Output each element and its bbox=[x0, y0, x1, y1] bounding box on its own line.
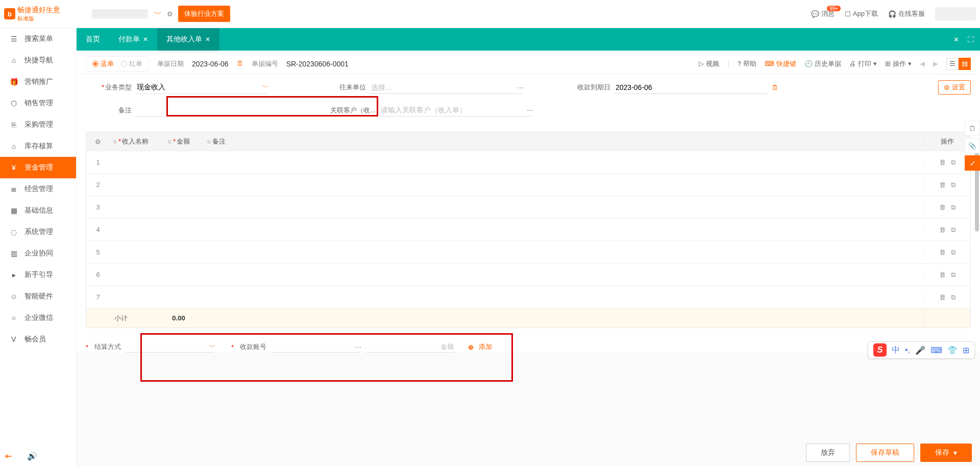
due-input[interactable] bbox=[615, 81, 768, 94]
expand-tool-icon[interactable]: ⤢ bbox=[965, 155, 980, 171]
sidebar-item-6[interactable]: ¥资金管理 bbox=[0, 157, 76, 178]
next-icon[interactable]: ▶ bbox=[933, 60, 938, 67]
ime-toolbox-icon[interactable]: ⊞ bbox=[963, 345, 969, 355]
copy-icon[interactable]: ⧉ bbox=[951, 248, 955, 257]
sidebar-item-14[interactable]: V畅会员 bbox=[0, 329, 76, 350]
sidebar-item-8[interactable]: ▦基础信息 bbox=[0, 200, 76, 221]
sound-icon[interactable]: 🔊 bbox=[27, 451, 37, 461]
copy-icon[interactable]: ⧉ bbox=[951, 158, 955, 167]
settle-method-input[interactable] bbox=[126, 341, 214, 353]
prev-icon[interactable]: ◀ bbox=[920, 60, 925, 67]
settings-button[interactable]: ⚙设置 bbox=[938, 80, 971, 95]
copy-icon[interactable]: ⧉ bbox=[951, 226, 955, 234]
discard-button[interactable]: 放弃 bbox=[806, 444, 850, 462]
gear-icon[interactable]: ⚙ bbox=[167, 10, 173, 18]
copy-icon[interactable]: ⧉ bbox=[951, 203, 955, 212]
chevron-down-icon[interactable]: ﹀ bbox=[262, 83, 269, 92]
app-download-link[interactable]: ☐App下载 bbox=[845, 9, 878, 18]
table-row[interactable]: 3🗑⧉ bbox=[86, 196, 970, 218]
sidebar-item-4[interactable]: ⎘采购管理 bbox=[0, 114, 76, 135]
delete-icon[interactable]: 🗑 bbox=[939, 181, 946, 189]
delete-icon[interactable]: 🗑 bbox=[939, 248, 946, 257]
trial-button[interactable]: 体验行业方案 bbox=[178, 6, 230, 22]
radio-blue[interactable]: 蓝单 bbox=[92, 59, 114, 68]
ime-keyboard-icon[interactable]: ⌨ bbox=[930, 345, 942, 355]
more-icon[interactable]: ⋯ bbox=[527, 106, 533, 114]
sidebar-item-2[interactable]: 🎁营销推广 bbox=[0, 71, 76, 92]
help-link[interactable]: ?帮助 bbox=[738, 59, 756, 68]
delete-icon[interactable]: 🗑 bbox=[939, 158, 946, 167]
attach-tool-icon[interactable]: 📎 bbox=[965, 138, 980, 153]
tab-payment[interactable]: 付款单✕ bbox=[109, 28, 157, 51]
sidebar-item-13[interactable]: ○企业微信 bbox=[0, 307, 76, 329]
company-dropdown[interactable]: ﹀ bbox=[92, 9, 162, 19]
messages-link[interactable]: 💬 消息 99+ bbox=[811, 9, 835, 18]
ime-skin-icon[interactable]: 👕 bbox=[947, 345, 958, 355]
delete-icon[interactable]: 🗑 bbox=[939, 293, 946, 301]
sidebar-item-7[interactable]: ≣经营管理 bbox=[0, 178, 76, 200]
chevron-down-icon[interactable]: ﹀ bbox=[209, 342, 216, 352]
plus-icon[interactable]: ⊕ bbox=[468, 343, 474, 351]
save-button[interactable]: 保存▾ bbox=[920, 444, 972, 462]
ime-mic-icon[interactable]: 🎤 bbox=[915, 345, 925, 355]
col-amount[interactable]: ⇅*金额 bbox=[156, 137, 202, 146]
card-view-icon[interactable]: ▤ bbox=[959, 58, 971, 70]
support-link[interactable]: 🎧在线客服 bbox=[888, 9, 925, 18]
remark-input[interactable] bbox=[136, 104, 268, 116]
print-link[interactable]: 🖨打印 ▾ bbox=[849, 59, 877, 68]
ime-toolbar[interactable]: S 中 •, 🎤 ⌨ 👕 ⊞ bbox=[868, 341, 975, 359]
copy-icon[interactable]: ⧉ bbox=[951, 181, 955, 189]
video-link[interactable]: ▷视频 bbox=[699, 59, 719, 68]
collapse-icon[interactable]: ⇤ bbox=[5, 451, 12, 461]
copy-icon[interactable]: ⧉ bbox=[951, 293, 955, 301]
user-avatar[interactable] bbox=[935, 7, 976, 20]
ime-punct-icon[interactable]: •, bbox=[905, 345, 910, 355]
col-remark[interactable]: ⇅备注 bbox=[202, 137, 923, 146]
delete-icon[interactable]: 🗑 bbox=[939, 226, 946, 234]
table-row[interactable]: 7🗑⧉ bbox=[86, 286, 970, 308]
gear-column-icon[interactable]: ⚙ bbox=[86, 138, 110, 146]
logo[interactable]: b 畅捷通好生意 标准版 bbox=[4, 6, 77, 22]
tab-other-income[interactable]: 其他收入单✕ bbox=[157, 28, 219, 51]
ime-lang[interactable]: 中 bbox=[892, 345, 900, 356]
table-row[interactable]: 4🗑⧉ bbox=[86, 218, 970, 241]
add-link[interactable]: 添加 bbox=[479, 342, 492, 352]
sidebar-item-9[interactable]: ◌系统管理 bbox=[0, 221, 76, 243]
table-row[interactable]: 2🗑⧉ bbox=[86, 173, 970, 196]
party-input[interactable] bbox=[370, 81, 523, 94]
tab-home[interactable]: 首页 bbox=[77, 28, 109, 51]
sidebar-item-0[interactable]: ☰搜索菜单 bbox=[0, 28, 76, 50]
delete-icon[interactable]: 🗑 bbox=[939, 203, 946, 212]
calendar-icon[interactable]: 🗓 bbox=[237, 60, 243, 67]
note-tool-icon[interactable]: 🗒 bbox=[965, 121, 980, 136]
radio-red[interactable]: 红单 bbox=[121, 59, 142, 68]
sidebar-item-5[interactable]: ⌂库存核算 bbox=[0, 135, 76, 157]
table-row[interactable]: 1🗑⧉ bbox=[86, 151, 970, 173]
biz-type-input[interactable] bbox=[136, 81, 268, 94]
close-icon[interactable]: ✕ bbox=[143, 36, 148, 43]
date-value[interactable]: 2023-06-06 bbox=[192, 60, 229, 68]
more-icon[interactable]: ⋯ bbox=[355, 343, 361, 351]
table-row[interactable]: 5🗑⧉ bbox=[86, 241, 970, 263]
shortcut-link[interactable]: ⌨快捷键 bbox=[765, 59, 796, 68]
close-icon[interactable]: ✕ bbox=[205, 36, 210, 43]
sidebar-item-12[interactable]: ☺智能硬件 bbox=[0, 286, 76, 307]
history-link[interactable]: 🕘历史单据 bbox=[804, 59, 841, 68]
settle-amount-input[interactable] bbox=[366, 341, 455, 353]
settle-acct-input[interactable] bbox=[272, 341, 360, 353]
rel-input[interactable] bbox=[380, 104, 533, 116]
sidebar-item-11[interactable]: ▸新手引导 bbox=[0, 264, 76, 286]
table-row[interactable]: 6🗑⧉ bbox=[86, 263, 970, 286]
sidebar-item-1[interactable]: ⌂快捷导航 bbox=[0, 50, 76, 71]
sidebar-item-10[interactable]: ▥企业协同 bbox=[0, 243, 76, 264]
col-income-name[interactable]: ⇅*收入名称 bbox=[110, 137, 156, 146]
fullscreen-icon[interactable]: ⛶ bbox=[964, 34, 977, 45]
ops-link[interactable]: ⊞操作 ▾ bbox=[885, 59, 912, 68]
more-icon[interactable]: ⋯ bbox=[517, 84, 524, 91]
tabs-close-icon[interactable]: ✕ bbox=[950, 34, 962, 45]
delete-icon[interactable]: 🗑 bbox=[939, 271, 946, 279]
sidebar-item-3[interactable]: ⬡销售管理 bbox=[0, 92, 76, 114]
list-view-icon[interactable]: ☰ bbox=[946, 58, 959, 70]
copy-icon[interactable]: ⧉ bbox=[951, 271, 955, 279]
calendar-icon[interactable]: 🗓 bbox=[772, 84, 778, 91]
